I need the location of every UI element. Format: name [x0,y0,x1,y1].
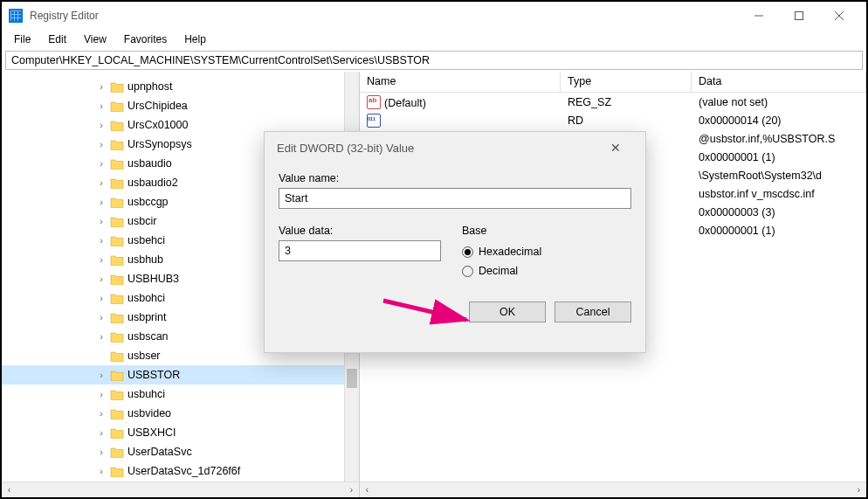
expand-icon[interactable]: › [96,81,107,92]
list-hscroll[interactable]: ‹ › [360,482,866,497]
col-data[interactable]: Data [692,72,866,92]
value-name: (Default) [384,97,426,109]
expand-icon[interactable]: › [96,139,107,149]
dialog-close-icon[interactable]: ✕ [598,141,633,155]
dialog-title: Edit DWORD (32-bit) Value [277,142,414,155]
expand-icon[interactable]: › [96,100,107,111]
expand-icon[interactable]: › [96,427,107,438]
menu-favorites[interactable]: Favorites [117,31,174,47]
radio-dec-label: Decimal [479,265,518,277]
list-row[interactable]: RD0x00000014 (20) [360,111,866,129]
folder-icon [110,177,124,189]
tree-item-label: usbehci [127,234,165,246]
tree-item-usbvideo[interactable]: ›usbvideo [2,404,359,423]
tree-item-label: UserDataSvc [127,446,192,458]
expand-icon[interactable]: › [96,216,107,226]
dialog-titlebar[interactable]: Edit DWORD (32-bit) Value ✕ [265,132,645,163]
cancel-button[interactable]: Cancel [555,301,631,322]
expand-icon[interactable]: › [96,389,107,399]
minimize-button[interactable] [739,2,779,30]
expand-icon[interactable]: › [96,293,107,303]
folder-icon [110,447,124,458]
tree-hscroll[interactable]: ‹ › [2,482,360,497]
value-data: @usbstor.inf,%USBSTOR.S [692,133,866,145]
tree-item-usbuhci[interactable]: ›usbuhci [2,385,359,404]
tree-item-usbstor[interactable]: ›USBSTOR [2,365,359,385]
menu-file[interactable]: File [7,31,38,47]
tree-item-label: USBSTOR [127,369,180,381]
value-name-input[interactable] [279,188,631,209]
expand-icon[interactable]: › [96,370,107,380]
tree-item-label: usbohci [127,292,165,304]
tree-item-label: USBXHCI [127,426,176,439]
col-name[interactable]: Name [360,72,561,92]
folder-icon [110,254,124,266]
tree-item-label: usbaudio [127,157,172,170]
tree-item-upnphost[interactable]: ›upnphost [2,77,359,96]
menu-edit[interactable]: Edit [41,31,73,47]
folder-icon [110,408,124,419]
value-data: 0x00000003 (3) [692,206,866,218]
expand-icon[interactable]: › [96,408,107,419]
folder-icon [110,389,124,400]
tree-item-urschipidea[interactable]: ›UrsChipidea [2,96,359,115]
radio-decimal[interactable]: Decimal [462,261,631,281]
folder-icon [110,350,124,362]
radio-hexadecimal[interactable]: Hexadecimal [462,242,631,261]
menu-help[interactable]: Help [177,31,213,47]
tree-item-label: usbuhci [127,388,165,400]
list-header: Name Type Data [360,72,866,93]
string-value-icon [367,95,381,109]
menu-view[interactable]: View [77,31,114,47]
tree-item-usbxhci[interactable]: ›USBXHCI [2,423,359,442]
scroll-right-icon[interactable]: › [344,482,359,497]
folder-icon [110,158,124,170]
tree-item-label: usbser [127,350,161,362]
window-title: Registry Editor [30,10,739,22]
scroll-left-icon[interactable]: ‹ [2,482,17,497]
tree-item-label: usbccgp [127,196,169,208]
value-data: 0x00000001 (1) [692,225,866,237]
tree-item-label: usbvideo [127,407,171,419]
list-row[interactable]: (Default)REG_SZ(value not set) [360,93,866,111]
close-button[interactable] [819,2,859,30]
expand-icon[interactable]: › [96,331,107,342]
value-data: \SystemRoot\System32\d [692,170,866,182]
scroll-left-icon[interactable]: ‹ [360,482,375,497]
col-type[interactable]: Type [561,72,692,92]
app-icon [9,9,23,23]
folder-icon [110,331,124,343]
radio-icon [462,266,473,277]
value-name-label: Value name: [279,172,631,184]
expand-icon[interactable]: › [96,235,107,246]
expand-icon[interactable]: › [96,177,107,188]
value-data: (value not set) [692,96,866,108]
tree-item-userdatasvc[interactable]: ›UserDataSvc [2,442,359,461]
expand-icon[interactable]: › [96,120,107,130]
tree-item-label: UrsChipidea [127,100,188,112]
maximize-button[interactable] [779,2,819,30]
value-type: REG_SZ [561,96,692,108]
svg-rect-1 [796,12,803,20]
tree-scroll-thumb[interactable] [347,369,357,388]
hscroll-region: ‹ › ‹ › [2,482,866,497]
value-data: 0x00000001 (1) [692,151,866,163]
scroll-right-icon[interactable]: › [851,482,866,497]
expand-icon[interactable]: › [96,274,107,284]
folder-icon [110,139,124,150]
folder-icon [110,370,124,381]
address-bar[interactable]: Computer\HKEY_LOCAL_MACHINE\SYSTEM\Curre… [5,51,863,70]
expand-icon[interactable]: › [96,197,107,207]
expand-icon[interactable]: › [96,158,107,169]
expand-icon[interactable]: › [96,466,107,476]
ok-button[interactable]: OK [469,301,546,322]
expand-icon[interactable]: › [96,254,107,265]
expand-icon[interactable]: › [96,447,107,457]
value-data-input[interactable] [279,240,441,261]
folder-icon [110,235,124,246]
folder-icon [110,274,124,285]
expand-icon[interactable]: › [96,312,107,322]
folder-icon [110,81,124,93]
folder-icon [110,197,124,208]
tree-item-userdatasvc_1d726f6f[interactable]: ›UserDataSvc_1d726f6f [2,461,359,481]
